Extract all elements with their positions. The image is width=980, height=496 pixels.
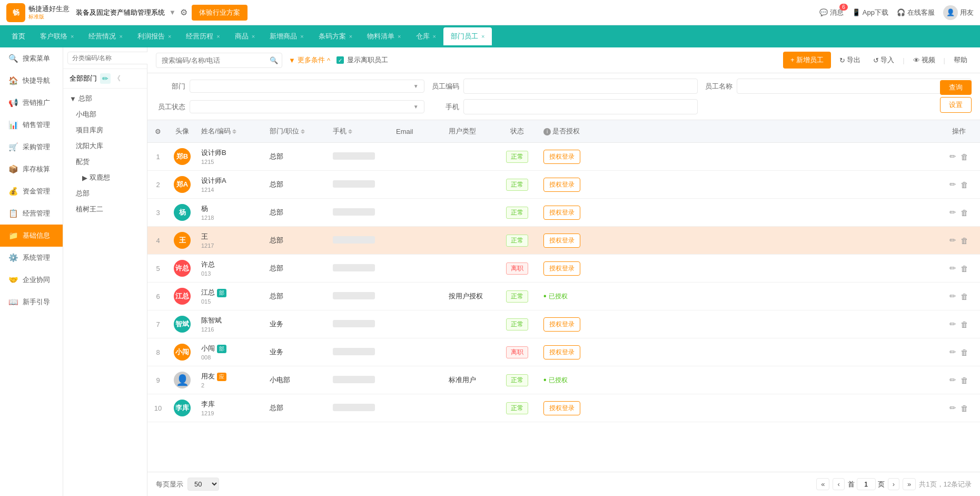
edit-icon[interactable]: ✏: [949, 180, 956, 189]
help-btn[interactable]: 帮助: [949, 52, 972, 68]
tab-new-product[interactable]: 新增商品 ×: [262, 27, 311, 45]
sidebar-item-collab[interactable]: 🤝 企业协同: [0, 269, 63, 291]
delete-icon[interactable]: 🗑: [961, 180, 968, 189]
phone-input[interactable]: [463, 99, 698, 114]
add-employee-btn[interactable]: + 新增员工: [783, 52, 831, 69]
tab-operations[interactable]: 经营情况 ×: [81, 27, 130, 45]
tab-products[interactable]: 商品 ×: [227, 27, 262, 45]
view-btn[interactable]: 👁 视频: [909, 52, 939, 68]
emp-name-input[interactable]: [737, 79, 972, 94]
sidebar-item-search[interactable]: 🔍 搜索菜单: [0, 47, 63, 70]
import-btn[interactable]: ↺ 导入: [869, 52, 898, 68]
dept-node-planting[interactable]: 植树王二: [63, 201, 147, 217]
tab-warehouse[interactable]: 仓库 ×: [409, 27, 443, 45]
user-menu[interactable]: 👤 用友: [943, 5, 974, 20]
auth-login-btn[interactable]: 授权登录: [543, 345, 580, 359]
edit-icon[interactable]: ✏: [949, 375, 956, 385]
message-btn[interactable]: 💬 消息 6: [819, 8, 844, 17]
close-icon[interactable]: ×: [216, 33, 220, 40]
close-icon[interactable]: ×: [349, 33, 352, 40]
show-resigned-toggle[interactable]: ✓ 显示离职员工: [336, 55, 388, 65]
tab-employees[interactable]: 部门员工 ×: [443, 27, 492, 45]
dept-node-project[interactable]: 项目库房: [63, 122, 147, 138]
dept-node-hq[interactable]: 总部: [63, 186, 147, 201]
close-icon[interactable]: ×: [433, 33, 436, 40]
dept-collapse-icon[interactable]: 《: [114, 74, 121, 83]
query-btn[interactable]: 查询: [940, 80, 972, 95]
sidebar-item-system[interactable]: ⚙️ 系统管理: [0, 247, 63, 269]
dept-edit-icon[interactable]: ✏: [100, 73, 111, 84]
delete-icon[interactable]: 🗑: [961, 292, 968, 301]
tab-history[interactable]: 经营历程 ×: [179, 27, 227, 45]
settings-icon[interactable]: ⚙: [180, 7, 187, 17]
app-download-btn[interactable]: 📱 App下载: [852, 8, 888, 17]
dept-node-headquarters[interactable]: ▼ 总部: [63, 91, 147, 106]
close-icon[interactable]: ×: [398, 33, 401, 40]
close-icon[interactable]: ×: [71, 33, 74, 40]
first-page-btn[interactable]: «: [816, 478, 829, 490]
sidebar-item-nav[interactable]: 🏠 快捷导航: [0, 70, 63, 92]
dept-node-shenyang[interactable]: 沈阳大库: [63, 138, 147, 154]
delete-icon[interactable]: 🗑: [961, 236, 968, 245]
edit-icon[interactable]: ✏: [949, 319, 956, 329]
delete-icon[interactable]: 🗑: [961, 208, 968, 217]
edit-icon[interactable]: ✏: [949, 236, 956, 245]
edit-icon[interactable]: ✏: [949, 403, 956, 413]
delete-icon[interactable]: 🗑: [961, 320, 968, 329]
th-dept[interactable]: 部门/职位: [264, 120, 328, 143]
dept-search-input[interactable]: [67, 52, 156, 64]
delete-icon[interactable]: 🗑: [961, 348, 968, 357]
trial-btn[interactable]: 体验行业方案: [192, 5, 248, 21]
auth-login-btn[interactable]: 授权登录: [543, 401, 580, 415]
close-icon[interactable]: ×: [300, 33, 303, 40]
th-settings[interactable]: ⚙: [147, 120, 169, 143]
dept-node-small-elec[interactable]: 小电部: [63, 106, 147, 122]
sidebar-item-finance[interactable]: 💰 资金管理: [0, 180, 63, 202]
sidebar-item-management[interactable]: 📋 经营管理: [0, 202, 63, 225]
page-input[interactable]: [857, 478, 876, 490]
tab-barcode[interactable]: 条码方案 ×: [311, 27, 360, 45]
sidebar-item-basic[interactable]: 📁 基础信息: [0, 225, 63, 247]
page-size-select[interactable]: 50 100 200: [187, 478, 219, 491]
dept-node-distribution[interactable]: 配货: [63, 154, 147, 170]
sidebar-item-purchase[interactable]: 🛒 采购管理: [0, 136, 63, 158]
tab-bom[interactable]: 物料清单 ×: [360, 27, 408, 45]
emp-status-select[interactable]: ▼: [190, 100, 424, 113]
edit-icon[interactable]: ✏: [949, 152, 956, 161]
sidebar-item-inventory[interactable]: 📦 库存核算: [0, 158, 63, 180]
th-phone[interactable]: 手机: [328, 120, 391, 143]
dept-node-shuanglu[interactable]: ▶ 双鹿想: [63, 170, 147, 186]
auth-login-btn[interactable]: 授权登录: [543, 150, 580, 164]
close-icon[interactable]: ×: [252, 33, 255, 40]
auth-login-btn[interactable]: 授权登录: [543, 234, 580, 248]
sidebar-item-sales[interactable]: 📊 销售管理: [0, 114, 63, 136]
edit-icon[interactable]: ✏: [949, 291, 956, 301]
tab-profit[interactable]: 利润报告 ×: [130, 27, 179, 45]
delete-icon[interactable]: 🗑: [961, 152, 968, 161]
auth-login-btn[interactable]: 授权登录: [543, 317, 580, 332]
close-icon[interactable]: ×: [481, 33, 484, 40]
edit-icon[interactable]: ✏: [949, 208, 956, 217]
export-btn[interactable]: ↻ 导出: [835, 52, 865, 68]
emp-code-input[interactable]: [463, 79, 698, 94]
edit-icon[interactable]: ✏: [949, 264, 956, 273]
last-page-btn[interactable]: »: [903, 478, 916, 490]
auth-login-btn[interactable]: 授权登录: [543, 261, 580, 276]
th-name[interactable]: 姓名/编码: [196, 120, 264, 143]
auth-login-btn[interactable]: 授权登录: [543, 178, 580, 192]
delete-icon[interactable]: 🗑: [961, 404, 968, 413]
close-icon[interactable]: ×: [119, 33, 122, 40]
close-icon[interactable]: ×: [168, 33, 171, 40]
dropdown-arrow-icon[interactable]: ▼: [169, 8, 176, 16]
sidebar-item-guide[interactable]: 📖 新手引导: [0, 291, 63, 313]
reset-btn[interactable]: 设置: [940, 97, 972, 113]
prev-page-btn[interactable]: ‹: [833, 478, 844, 490]
search-input[interactable]: [156, 53, 282, 68]
delete-icon[interactable]: 🗑: [961, 264, 968, 273]
more-filter-btn[interactable]: ▼ 更多条件 ^: [289, 55, 330, 65]
edit-icon[interactable]: ✏: [949, 347, 956, 357]
online-service-btn[interactable]: 🎧 在线客服: [897, 8, 935, 17]
next-page-btn[interactable]: ›: [888, 478, 899, 490]
delete-icon[interactable]: 🗑: [961, 376, 968, 385]
auth-login-btn[interactable]: 授权登录: [543, 206, 580, 220]
